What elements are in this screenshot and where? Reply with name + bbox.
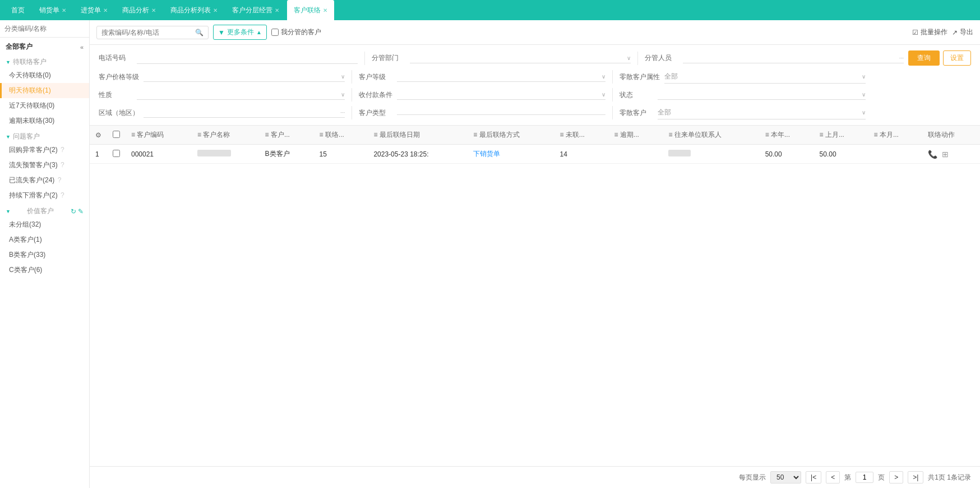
- dept-chevron-icon: ∨: [627, 55, 631, 61]
- phone-input[interactable]: [137, 52, 358, 64]
- th-action: 联络动作: [922, 126, 980, 145]
- page-input[interactable]: [856, 472, 873, 483]
- nav-customer-contact-label: 客户联络: [294, 6, 321, 15]
- th-overdue[interactable]: ≡ 逾期...: [608, 126, 663, 145]
- nav-goods-analysis-close-icon[interactable]: ✕: [151, 7, 156, 13]
- status-select[interactable]: ∨: [658, 90, 866, 100]
- th-type[interactable]: ≡ 客户...: [260, 126, 314, 145]
- nav-goods-analysis[interactable]: 商品分析 ✕: [115, 0, 163, 20]
- customer-attr-select[interactable]: 全部 ∨: [664, 70, 866, 84]
- nav-customer-contact-close-icon[interactable]: ✕: [323, 7, 327, 13]
- sidebar-item-class-a[interactable]: A类客户(1): [0, 232, 89, 247]
- th-name[interactable]: ≡ 客户名称: [192, 126, 260, 145]
- scatter-customer-select[interactable]: 全部 ∨: [658, 106, 866, 119]
- nav-sales[interactable]: 销货单 ✕: [33, 0, 73, 20]
- nature-select[interactable]: ∨: [137, 90, 345, 100]
- page-label: 第: [844, 473, 851, 482]
- nav-customer-segmentation-close-icon[interactable]: ✕: [275, 7, 279, 13]
- my-customers-checkbox[interactable]: [271, 29, 279, 36]
- th-code-label: ≡ 客户编码: [131, 131, 164, 139]
- help-icon-0[interactable]: ?: [61, 146, 64, 154]
- page-last-btn[interactable]: >|: [908, 471, 923, 484]
- customer-type-select[interactable]: [397, 111, 605, 115]
- search-icon[interactable]: 🔍: [195, 29, 204, 36]
- status-chevron-icon: ∨: [862, 91, 866, 98]
- settings-btn[interactable]: 设置: [943, 50, 971, 66]
- th-last-date[interactable]: ≡ 最后联络日期: [368, 126, 468, 145]
- sidebar-item-repurchase-abnormal[interactable]: 回购异常客户(2) ?: [0, 142, 89, 158]
- top-nav: 首页 销货单 ✕ 进货单 ✕ 商品分析 ✕ 商品分析列表 ✕ 客户分层经营 ✕ …: [0, 0, 980, 20]
- per-page-select[interactable]: 50 100 200: [770, 471, 801, 484]
- sidebar-item-class-c[interactable]: C类客户(6): [0, 263, 89, 278]
- price-level-select[interactable]: ∨: [144, 72, 345, 82]
- nav-goods-analysis-list[interactable]: 商品分析列表 ✕: [164, 0, 224, 20]
- sidebar-item-ungrouped[interactable]: 未分组(32): [0, 217, 89, 232]
- help-icon-3[interactable]: ?: [61, 191, 64, 199]
- th-this-month-label: ≡ 本月...: [874, 131, 899, 139]
- value-customers-icons[interactable]: ↻ ✎: [71, 208, 84, 215]
- nav-goods-analysis-list-close-icon[interactable]: ✕: [213, 7, 218, 13]
- nav-sales-close-icon[interactable]: ✕: [62, 7, 66, 13]
- customer-level-select[interactable]: ∨: [397, 72, 605, 82]
- sidebar-item-overdue-contact[interactable]: 逾期未联络(30): [0, 113, 89, 128]
- batch-op-btn[interactable]: ☑ 批量操作: [912, 27, 947, 37]
- sidebar-item-churn-warning[interactable]: 流失预警客户(3) ?: [0, 158, 89, 173]
- scatter-customer-chevron-icon: ∨: [862, 109, 866, 116]
- nav-home[interactable]: 首页: [4, 0, 31, 20]
- group-pending-contact: 待联络客户: [0, 54, 89, 68]
- sidebar-collapse-icon[interactable]: «: [80, 44, 84, 50]
- query-btn[interactable]: 查询: [908, 50, 940, 66]
- total-label: 共1页 1条记录: [928, 473, 971, 482]
- page-first-btn[interactable]: |<: [806, 471, 821, 484]
- nav-customer-segmentation-label: 客户分层经营: [232, 6, 272, 15]
- dept-select[interactable]: ∨: [410, 53, 631, 63]
- th-contact-person[interactable]: ≡ 往来单位联系人: [663, 126, 759, 145]
- th-last-method[interactable]: ≡ 最后联络方式: [468, 126, 554, 145]
- sidebar-item-declining[interactable]: 持续下滑客户(2) ?: [0, 188, 89, 203]
- nav-purchase[interactable]: 进货单 ✕: [74, 0, 114, 20]
- page-next-btn[interactable]: >: [889, 471, 903, 484]
- action-grid-icon[interactable]: ⊞: [942, 150, 949, 159]
- nav-purchase-close-icon[interactable]: ✕: [103, 7, 108, 13]
- sidebar-item-churned[interactable]: 已流失客户(24) ?: [0, 173, 89, 188]
- th-contact-count[interactable]: ≡ 联络...: [313, 126, 368, 145]
- th-no-contact[interactable]: ≡ 未联...: [554, 126, 609, 145]
- nav-customer-contact[interactable]: 客户联络 ✕: [287, 0, 334, 20]
- sidebar-item-today-contact[interactable]: 今天待联络(0): [0, 68, 89, 83]
- nav-sales-label: 销货单: [39, 6, 59, 15]
- select-all-checkbox[interactable]: [113, 131, 120, 138]
- search-input[interactable]: [101, 29, 193, 36]
- filter-nature: 性质 ∨: [99, 90, 345, 100]
- th-this-year[interactable]: ≡ 本年...: [760, 126, 814, 145]
- divider-2: [637, 52, 638, 65]
- gear-icon[interactable]: ⚙: [95, 131, 101, 139]
- group-problem-customers-label: 问题客户: [13, 132, 40, 141]
- batch-op-icon: ☑: [912, 29, 918, 36]
- sidebar-search-input[interactable]: [4, 25, 89, 33]
- th-code[interactable]: ≡ 客户编码: [126, 126, 192, 145]
- sidebar-item-class-b[interactable]: B类客户(33): [0, 247, 89, 263]
- help-icon-2[interactable]: ?: [58, 176, 62, 184]
- nav-customer-segmentation[interactable]: 客户分层经营 ✕: [225, 0, 286, 20]
- sidebar-item-week-contact[interactable]: 近7天待联络(0): [0, 98, 89, 113]
- manager-select[interactable]: ···: [683, 53, 904, 63]
- payment-select[interactable]: ∨: [397, 90, 605, 100]
- more-filters-btn[interactable]: ▼ 更多条件 ▲: [213, 25, 267, 40]
- region-select[interactable]: ···: [144, 108, 345, 118]
- td-last-method[interactable]: 下销货单: [468, 145, 554, 164]
- filter-action: 查询 设置: [908, 50, 971, 66]
- nav-goods-analysis-label: 商品分析: [122, 6, 149, 15]
- help-icon-1[interactable]: ?: [61, 161, 64, 169]
- pagination: 每页显示 50 100 200 |< < 第 页 > >| 共1页 1条记录: [90, 466, 980, 488]
- action-phone-icon[interactable]: 📞: [928, 150, 937, 159]
- row-checkbox[interactable]: [113, 150, 120, 157]
- th-last-month[interactable]: ≡ 上月...: [814, 126, 868, 145]
- scatter-customer-label: 零散客户: [620, 108, 653, 118]
- page-prev-btn[interactable]: <: [826, 471, 840, 484]
- all-customers-header: 全部客户 «: [0, 38, 89, 54]
- my-customers-checkbox-label[interactable]: 我分管的客户: [271, 27, 321, 37]
- export-btn[interactable]: ↗ 导出: [952, 27, 973, 37]
- th-this-month[interactable]: ≡ 本月...: [868, 126, 923, 145]
- sidebar-item-tomorrow-contact[interactable]: 明天待联络(1): [0, 83, 89, 98]
- th-no-contact-label: ≡ 未联...: [560, 131, 585, 139]
